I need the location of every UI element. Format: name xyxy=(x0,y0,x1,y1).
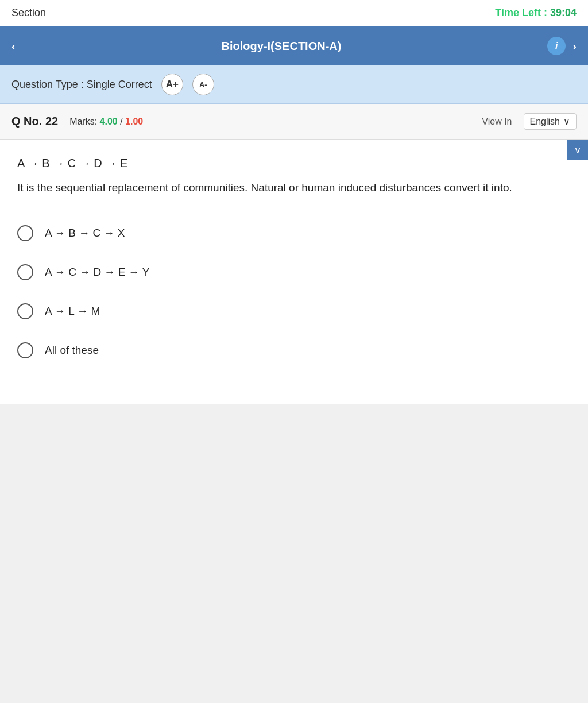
language-select[interactable]: English ∨ xyxy=(524,113,577,130)
question-type-bar: Question Type : Single Correct A+ A- xyxy=(0,65,588,104)
question-body: A → B → C → D → E It is the sequential r… xyxy=(0,140,588,219)
radio-option-1[interactable] xyxy=(17,225,33,241)
marks-label: Marks: xyxy=(69,117,97,126)
top-bar: Section Time Left : 39:04 xyxy=(0,0,588,26)
next-section-button[interactable]: › xyxy=(572,40,577,53)
view-in-label: View In xyxy=(482,117,512,127)
font-increase-button[interactable]: A+ xyxy=(161,74,183,95)
marks-negative: 1.00 xyxy=(125,117,143,126)
scroll-down-button[interactable]: v xyxy=(567,140,588,160)
question-number: Q No. 22 xyxy=(11,115,58,128)
radio-option-2[interactable] xyxy=(17,264,33,280)
option-item-1[interactable]: A → B → C → X xyxy=(17,225,571,241)
marks-positive: 4.00 xyxy=(100,117,118,126)
info-icon[interactable]: i xyxy=(547,37,566,55)
options-area: A → B → C → X A → C → D → E → Y A → L → … xyxy=(0,219,588,404)
section-label: Section xyxy=(11,7,46,19)
section-header: ‹ Biology-I(SECTION-A) i › xyxy=(0,26,588,65)
option-text-4: All of these xyxy=(45,344,99,357)
option-item-2[interactable]: A → C → D → E → Y xyxy=(17,264,571,280)
question-text: It is the sequential replacement of comm… xyxy=(17,179,571,196)
language-value: English xyxy=(530,117,560,127)
time-label: Time Left : xyxy=(495,7,550,18)
question-marks: Marks: 4.00 / 1.00 xyxy=(69,117,143,127)
marks-separator: / xyxy=(118,117,125,126)
question-meta-bar: Q No. 22 Marks: 4.00 / 1.00 View In Engl… xyxy=(0,104,588,140)
option-text-2: A → C → D → E → Y xyxy=(45,266,149,279)
option-text-3: A → L → M xyxy=(45,305,100,318)
section-title: Biology-I(SECTION-A) xyxy=(16,40,548,53)
prev-section-button[interactable]: ‹ xyxy=(11,40,16,53)
question-type-label: Question Type : Single Correct xyxy=(11,79,152,91)
question-sequence: A → B → C → D → E xyxy=(17,157,571,170)
radio-option-3[interactable] xyxy=(17,303,33,319)
content-area: v A → B → C → D → E It is the sequential… xyxy=(0,140,588,404)
font-decrease-button[interactable]: A- xyxy=(192,74,214,95)
time-value: 39:04 xyxy=(550,7,577,18)
chevron-down-icon: ∨ xyxy=(563,116,570,127)
option-text-1: A → B → C → X xyxy=(45,227,125,240)
radio-option-4[interactable] xyxy=(17,342,33,358)
option-item-3[interactable]: A → L → M xyxy=(17,303,571,319)
option-item-4[interactable]: All of these xyxy=(17,342,571,358)
time-left: Time Left : 39:04 xyxy=(495,7,577,19)
